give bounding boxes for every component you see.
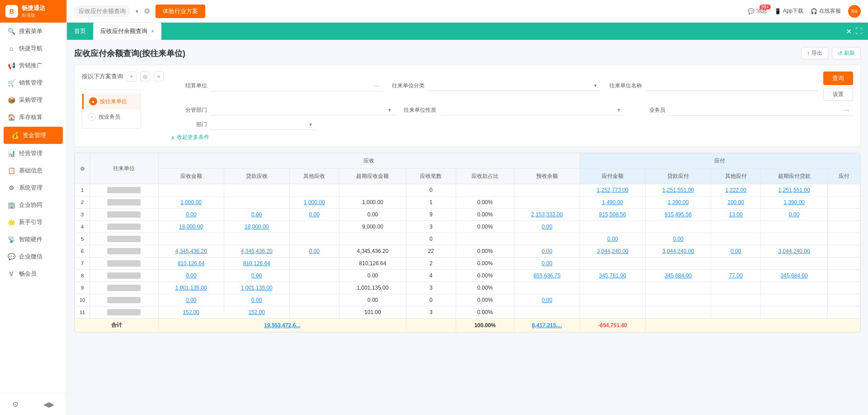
tab-close-btn[interactable]: × — [151, 28, 154, 34]
cell-link[interactable]: 1,000.00 — [180, 199, 202, 205]
cell-link[interactable]: 1,222.00 — [725, 187, 746, 193]
sidebar-item-finance[interactable]: 💰 资金管理 — [4, 127, 63, 144]
sidebar-item-system[interactable]: ⚙ 系统管理 — [0, 179, 66, 196]
cell-link[interactable]: 810,126.64 — [178, 260, 205, 267]
settlement-unit-dots[interactable]: ··· — [374, 82, 379, 89]
sidebar-item-marketing[interactable]: 📢 营销推广 — [0, 57, 66, 74]
collapse-btn[interactable]: ∧ 收起更多条件 — [171, 134, 853, 141]
cell-link[interactable]: 0.00 — [251, 297, 262, 303]
cell-link[interactable]: 3,044,240.00 — [778, 248, 810, 254]
tab-maximize-btn[interactable]: ⛶ — [855, 27, 863, 35]
cell-link[interactable]: 655,636.75 — [533, 272, 561, 279]
cell-link[interactable]: 915,508.56 — [599, 211, 626, 218]
cell-link[interactable]: 0.00 — [607, 236, 618, 242]
cell-link[interactable]: 0.00 — [186, 211, 196, 218]
cell-link[interactable]: 1,001,135.00 — [241, 285, 273, 291]
tab-close-window-btn[interactable]: ✕ — [846, 27, 852, 36]
cell-link[interactable]: 1,252,773.00 — [597, 187, 628, 193]
panel-item-partner[interactable]: ● 按往来单位 — [82, 94, 140, 109]
hardware-icon: 📡 — [7, 236, 15, 243]
user-avatar[interactable]: Rit — [848, 5, 861, 18]
sidebar-item-member[interactable]: V 畅会员 — [0, 265, 66, 282]
panel-item-salesperson[interactable]: ○ 按业务员 — [82, 109, 140, 124]
sidebar-item-wechat[interactable]: 💬 企业微信 — [0, 248, 66, 265]
sidebar-item-operations[interactable]: 📊 经营管理 — [0, 145, 66, 162]
sidebar-item-purchase[interactable]: 📦 采购管理 — [0, 91, 66, 109]
cell-link[interactable]: 1,000.00 — [304, 199, 325, 205]
cell-link[interactable]: 18,000.00 — [245, 224, 269, 230]
cell-link[interactable]: 345,684.00 — [665, 272, 692, 279]
sidebar-collapse-btn[interactable]: ◀▶ — [41, 397, 57, 411]
cell-link[interactable]: 1,251,551.00 — [778, 187, 810, 193]
cell-link[interactable]: 0.00 — [251, 272, 262, 279]
edit-scheme-btn[interactable]: ◎ — [140, 72, 150, 81]
message-btn[interactable]: 💬 消息 99+ — [748, 7, 767, 15]
salesperson-select[interactable]: ··· — [669, 105, 853, 116]
cell-link[interactable]: 1,390.00 — [668, 199, 689, 205]
cell-link[interactable]: 810,126.64 — [243, 260, 270, 267]
cell-link[interactable]: 0.00 — [309, 248, 320, 254]
settlement-unit-input[interactable]: ··· — [211, 80, 383, 91]
row-ar-count: 3 — [406, 306, 456, 319]
cell-link[interactable]: 0.00 — [731, 248, 741, 254]
setting-btn[interactable]: 设置 — [823, 88, 853, 101]
cell-link[interactable]: 152.00 — [248, 309, 265, 315]
cell-link[interactable]: 1,490.00 — [602, 199, 623, 205]
tab-home[interactable]: 首页 — [67, 23, 93, 40]
cell-link[interactable]: 4,345,436.20 — [241, 248, 273, 254]
partner-category-select[interactable]: ▾ — [428, 81, 600, 91]
salesperson-dots[interactable]: ··· — [844, 106, 849, 114]
cell-link[interactable]: 77.00 — [729, 272, 743, 279]
topbar-gear-btn[interactable]: ⚙ — [144, 7, 150, 15]
partner-nature-arrow: ▾ — [618, 107, 620, 113]
cell-link[interactable]: 0.00 — [542, 248, 552, 254]
solution-btn[interactable]: 体验行业方案 — [156, 5, 205, 18]
add-scheme-btn[interactable]: + — [127, 72, 137, 81]
cell-link[interactable]: 345,761.00 — [599, 272, 626, 279]
cell-link[interactable]: 0.00 — [673, 236, 683, 242]
cell-link[interactable]: 4,345,436.20 — [175, 248, 207, 254]
cell-link[interactable]: 3,044,240.00 — [662, 248, 694, 254]
sidebar-item-basic[interactable]: 📋 基础信息 — [0, 162, 66, 179]
cell-link[interactable]: 152.00 — [183, 309, 199, 315]
department-select[interactable]: ▾ — [211, 119, 316, 130]
cell-link[interactable]: 1,251,551.00 — [662, 187, 694, 193]
cell-link[interactable]: 345,684.00 — [781, 272, 808, 279]
cell-link[interactable]: 100.00 — [727, 199, 744, 205]
sidebar-item-quick[interactable]: ⌂ 快捷导航 — [0, 40, 66, 57]
cell-link[interactable]: 0.00 — [186, 297, 196, 303]
cell-link[interactable]: 18,000.00 — [179, 224, 203, 230]
dept-manager-select[interactable]: ▾ — [211, 105, 395, 115]
sidebar-item-sales[interactable]: 🛒 销售管理 — [0, 74, 66, 91]
cell-link[interactable]: 1,001,135.00 — [175, 285, 207, 291]
th-gear[interactable]: ⚙ — [75, 153, 90, 184]
sidebar-item-guide[interactable]: 🌟 新手引导 — [0, 214, 66, 231]
refresh-btn[interactable]: ↺ 刷新 — [832, 47, 861, 59]
more-scheme-btn[interactable]: « — [154, 72, 164, 81]
sidebar-item-search[interactable]: 🔍 搜索菜单 — [0, 23, 66, 40]
tab-receivables[interactable]: 应收应付余额查询 × — [93, 23, 161, 40]
cell-link[interactable]: 13.00 — [729, 211, 743, 218]
sidebar-item-inventory[interactable]: 🏠 库存核算 — [0, 109, 66, 126]
sidebar-settings-btn[interactable]: ⚙ — [9, 397, 21, 411]
sidebar-item-hardware[interactable]: 📡 智能硬件 — [0, 231, 66, 248]
cell-link[interactable]: 0.00 — [789, 211, 799, 218]
cell-link[interactable]: 3,044,240.00 — [597, 248, 628, 254]
partner-nature-select[interactable]: ▾ — [440, 105, 624, 115]
cell-link[interactable]: 915,495.56 — [665, 211, 692, 218]
app-download-btn[interactable]: 📱 App下载 — [774, 7, 803, 15]
cell-link[interactable]: 1,390.00 — [783, 199, 805, 205]
cell-link[interactable]: 0.00 — [309, 211, 320, 218]
topbar-dropdown-btn[interactable]: ▾ — [136, 8, 138, 14]
cell-link[interactable]: 2,153,333.00 — [531, 211, 563, 218]
sidebar-item-corp[interactable]: 🏢 企业协同 — [0, 196, 66, 214]
cell-link[interactable]: 0.00 — [542, 297, 552, 303]
service-btn[interactable]: 🎧 在线客服 — [811, 7, 841, 15]
partner-name-input[interactable] — [646, 81, 818, 91]
query-btn[interactable]: 查询 — [823, 72, 853, 85]
cell-link[interactable]: 0.00 — [542, 260, 552, 267]
cell-link[interactable]: 0.00 — [542, 224, 552, 230]
cell-link[interactable]: 0.00 — [251, 211, 262, 218]
cell-link[interactable]: 0.00 — [186, 272, 196, 279]
export-btn[interactable]: ↑ 导出 — [801, 47, 828, 59]
